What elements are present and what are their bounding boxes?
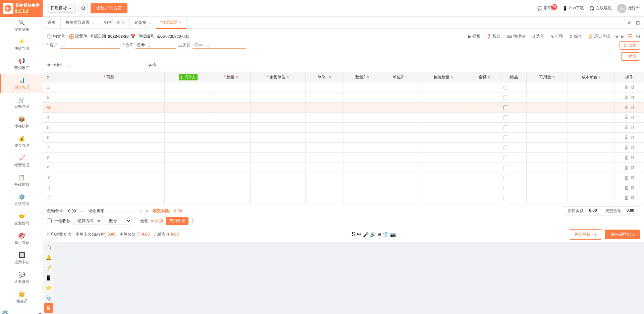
save-new-dropdown-icon[interactable]: ▾ [630, 232, 635, 237]
qty2-sort-icon[interactable]: ⇅ [367, 75, 369, 79]
gift-cell[interactable] [501, 183, 526, 193]
available-cell[interactable] [526, 92, 568, 103]
customer-input[interactable]: ... [60, 42, 120, 49]
sale-unit-cell[interactable] [250, 92, 305, 103]
goods-cell[interactable] [53, 153, 165, 163]
cost-price-cell[interactable] [568, 82, 614, 92]
pack-qty-cell[interactable] [419, 103, 468, 113]
right-tool-5[interactable]: ⭐ [44, 283, 53, 293]
unit2-sort-icon[interactable]: ⇅ [404, 75, 407, 79]
right-tool-7[interactable]: 🖥 [44, 303, 53, 313]
unit2-cell[interactable] [381, 193, 419, 203]
voice-icon[interactable]: 🔊 [370, 232, 376, 237]
view-grid-btn[interactable]: ⊞ [636, 33, 640, 40]
pack-qty-cell[interactable] [419, 163, 468, 173]
available-cell[interactable] [526, 183, 568, 193]
settings-btn[interactable]: ⚙ 设置 [620, 41, 640, 50]
unit2-cell[interactable] [381, 143, 419, 153]
gift-checkbox[interactable] [503, 135, 508, 140]
unit-price-cell[interactable] [305, 133, 343, 143]
operate-btn[interactable]: ⚙ 操作 [568, 33, 583, 40]
sale-unit-cell[interactable] [250, 183, 305, 193]
unit-price-cell[interactable] [305, 163, 343, 173]
help-formula-btn[interactable]: ℹ [140, 209, 142, 213]
amount-sort-icon[interactable]: ⇅ [488, 75, 490, 79]
shortcuts-btn[interactable]: ⌨ 快捷键 [505, 33, 527, 40]
gift-cell[interactable] [501, 173, 526, 183]
sidebar-item-finance[interactable]: 💰 资金管理 [0, 132, 43, 151]
copy-row-btn[interactable]: ⧉ [631, 105, 634, 110]
gift-checkbox[interactable] [503, 145, 508, 150]
feiyong-help-btn[interactable]: ? [191, 218, 194, 224]
amount-cell[interactable] [468, 82, 501, 92]
copy-row-btn[interactable]: ⧉ [631, 165, 634, 171]
screen-icon[interactable]: 🖥 [377, 232, 382, 237]
pack-qty-cell[interactable] [419, 173, 468, 183]
delete-row-btn[interactable]: 🗑 [624, 165, 629, 171]
unit2-cell[interactable] [381, 103, 419, 113]
sidebar-item-shortcuts[interactable]: ⚡ 快捷导航 [0, 35, 43, 54]
add-row-btn[interactable]: ⊕ [46, 105, 50, 110]
one-click-payment-checkbox[interactable] [47, 218, 52, 223]
tab-close-sale-return[interactable]: ✕ [179, 20, 182, 24]
goods-cell[interactable] [53, 193, 165, 203]
goods-cell[interactable] [53, 133, 165, 143]
qty2-cell[interactable] [343, 143, 381, 153]
quantity-cell[interactable] [212, 92, 250, 103]
tab-sale-goods[interactable]: 销货单 ✕ [130, 17, 156, 29]
delete-row-btn[interactable]: 🗑 [624, 105, 629, 110]
goods-cell[interactable] [53, 183, 165, 193]
right-tool-4[interactable]: 📱 [44, 273, 53, 282]
sidebar-item-marketing[interactable]: 📢 营销推广 [0, 54, 43, 74]
sidebar-item-system[interactable]: ⚙️ 系统管理 [0, 190, 43, 210]
sidebar-item-enterprise[interactable]: 🤝 企业协同 [0, 210, 43, 229]
sale-unit-cell[interactable] [250, 143, 305, 153]
cost-price-info-icon[interactable]: ℹ [599, 75, 600, 79]
type-sale-radio[interactable]: 销货单 [47, 34, 65, 39]
goods-cell[interactable] [53, 92, 165, 103]
cost-price-cell[interactable] [568, 163, 614, 173]
sale-unit-cell[interactable] [250, 173, 305, 183]
amount-cell[interactable] [468, 103, 501, 113]
sale-unit-cell[interactable] [250, 193, 305, 203]
help-btn[interactable]: ❓ 帮助 [485, 33, 502, 40]
pack-qty-cell[interactable] [419, 113, 468, 123]
copy-row-btn[interactable]: ⧉ [631, 195, 634, 201]
tab-home[interactable]: 首页 [43, 17, 61, 29]
available-cell[interactable] [526, 113, 568, 123]
goods-input[interactable] [55, 105, 162, 110]
cost-price-cell[interactable] [568, 173, 614, 183]
pack-qty-cell[interactable] [419, 92, 468, 103]
save-draft-btn[interactable]: 保存草稿 ▾ [569, 229, 602, 240]
copy-row-btn[interactable]: ⧉ [631, 84, 634, 90]
available-cell[interactable] [526, 163, 568, 173]
quantity-cell[interactable] [212, 163, 250, 173]
tab-sale-order[interactable]: 销售订单 ✕ [99, 17, 130, 29]
right-tool-6[interactable]: 📎 [44, 293, 53, 303]
unit2-cell[interactable] [381, 133, 419, 143]
cost-price-cell[interactable] [568, 123, 614, 133]
qty2-cell[interactable] [343, 92, 381, 103]
unit-price-cell[interactable] [305, 153, 343, 163]
amount-cell[interactable] [468, 123, 501, 133]
qty2-cell[interactable] [343, 123, 381, 133]
pack-sort-icon[interactable]: ⇅ [450, 75, 453, 79]
company-selector[interactable]: 日用百货 [47, 4, 76, 13]
gift-checkbox[interactable] [503, 115, 508, 120]
select-btn[interactable]: ☑ 选单 [530, 33, 545, 40]
pack-qty-cell[interactable] [419, 143, 468, 153]
available-cell[interactable] [526, 193, 568, 203]
amount-cell[interactable] [468, 153, 501, 163]
quantity-cell[interactable] [212, 183, 250, 193]
message-btn[interactable]: 💬 消息 70 [537, 5, 557, 11]
quantity-sort-icon[interactable]: ⇅ [236, 75, 238, 79]
nav-next-btn[interactable]: ▶ [621, 34, 624, 39]
tab-menu-btn[interactable]: ⊞ [635, 19, 641, 27]
qty2-cell[interactable] [343, 153, 381, 163]
history-btn[interactable]: 📜 历史单据 [587, 33, 611, 40]
add-payment-btn[interactable]: ⊕ 添加 [151, 218, 163, 224]
sale-unit-cell[interactable] [250, 163, 305, 173]
qty2-cell[interactable] [343, 133, 381, 143]
unit-price-cell[interactable] [305, 123, 343, 133]
quantity-cell[interactable] [212, 153, 250, 163]
